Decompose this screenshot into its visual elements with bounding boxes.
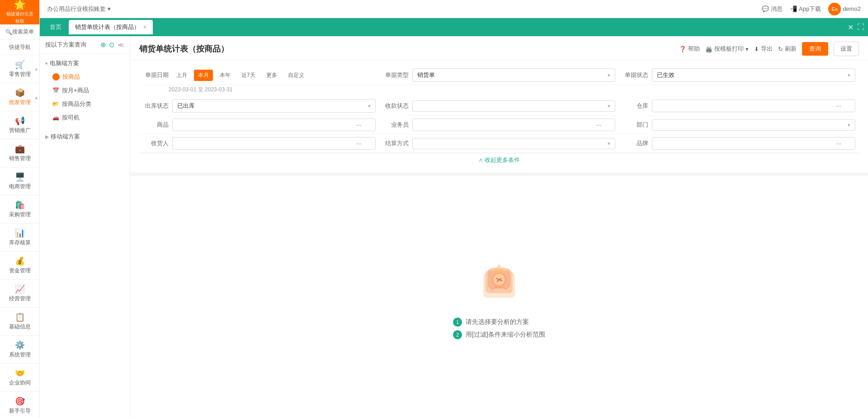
sidebar-item-marketing[interactable]: 📢 营销推广 — [0, 111, 39, 139]
sidebar-item-retail[interactable]: 🛒 零售管理 ▾ — [0, 55, 39, 83]
goods-dots[interactable]: ··· — [356, 121, 362, 128]
collapse-panel-btn[interactable]: ≪ — [118, 41, 124, 48]
collapse-text: ∧ 收起更多条件 — [478, 156, 520, 164]
settings-label: 设置 — [840, 45, 852, 53]
dept-control: ▾ — [652, 119, 855, 131]
tree-sub-item-by-driver[interactable]: 🚗 按司机 — [40, 111, 130, 124]
message-label: 消息 — [771, 5, 783, 13]
collapse-more-conditions[interactable]: ∧ 收起更多条件 — [139, 153, 859, 167]
sidebar-item-sales[interactable]: 💼 销售管理 — [0, 139, 39, 167]
receipt-status-select[interactable]: ▾ — [412, 100, 616, 112]
sidebar-item-cooperation[interactable]: 🤝 企业协同 — [0, 364, 39, 392]
salesperson-dots[interactable]: ··· — [596, 121, 602, 128]
purchase-icon: 🛍️ — [15, 200, 25, 210]
sidebar: 🌟 畅捷通好生意 标版 🔍 搜索菜单 快捷导航 🛒 零售管理 ▾ 📦 批发管理 … — [0, 0, 40, 418]
warehouse-input[interactable]: ··· — [652, 100, 855, 112]
brand-input[interactable]: ··· — [652, 137, 855, 150]
shortcut-more[interactable]: 更多 — [262, 70, 281, 81]
sidebar-item-label-purchase: 采购管理 — [9, 211, 31, 218]
sidebar-item-wholesale[interactable]: 📦 批发管理 ▴ — [0, 83, 39, 111]
doc-type-select[interactable]: 销货单 ▾ — [412, 68, 616, 82]
doc-status-value: 已生效 — [657, 71, 675, 79]
sidebar-item-inventory[interactable]: 📊 库存核算 — [0, 223, 39, 252]
shortcut-this-year[interactable]: 本年 — [216, 70, 235, 81]
filter-cell-doc-type: 单据类型 销货单 ▾ — [379, 66, 619, 85]
brand-dots[interactable]: ··· — [836, 140, 841, 147]
shortcut-custom[interactable]: 自定义 — [284, 70, 308, 81]
out-status-select[interactable]: 已出库 ▾ — [172, 99, 376, 113]
out-status-dropdown-icon: ▾ — [368, 103, 371, 109]
payment-select[interactable]: ▾ — [412, 138, 616, 149]
help-icon: ❓ — [679, 46, 686, 52]
guide-icon: 🎯 — [15, 396, 25, 406]
receiver-control: ··· — [172, 137, 376, 150]
tree-sub-item-by-month-goods[interactable]: 📅 按月+商品 — [40, 84, 130, 97]
active-tab-label: 销货单统计表（按商品） — [75, 23, 140, 31]
step-2-num: 2 — [453, 330, 462, 339]
quick-nav[interactable]: 快捷导航 — [0, 40, 39, 55]
left-panel-header: 按以下方案查询 ⊕ ⊙ ≪ — [40, 36, 130, 54]
sidebar-item-guide[interactable]: 🎯 新手引导 — [0, 392, 39, 418]
tree-sub-item-by-goods[interactable]: 按商品 — [40, 70, 130, 84]
tree-item-pc[interactable]: ▾ 电脑端方案 — [40, 57, 130, 70]
filter-cell-receiver: 收货人 ··· — [139, 134, 379, 153]
help-label: 帮助 — [688, 45, 700, 53]
tab-close-icon[interactable]: × — [143, 24, 146, 30]
logo-text: 畅捷通好生意 — [6, 11, 33, 17]
sales-icon: 💼 — [15, 144, 25, 154]
sidebar-item-basic[interactable]: 📋 基础信息 — [0, 308, 39, 336]
receiver-dots[interactable]: ··· — [356, 140, 362, 147]
sidebar-item-purchase[interactable]: 🛍️ 采购管理 — [0, 195, 39, 223]
top-header-left: 办公用品行业模拟账套 ▾ — [47, 5, 111, 13]
tab-active[interactable]: 销货单统计表（按商品） × — [69, 20, 153, 34]
empty-illustration — [472, 255, 526, 310]
sidebar-item-label-guide: 新手引导 — [9, 407, 31, 415]
sidebar-item-system[interactable]: ⚙️ 系统管理 — [0, 336, 39, 364]
query-btn[interactable]: 查询 — [802, 42, 828, 56]
refresh-btn[interactable]: ↻ 刷新 — [778, 45, 797, 53]
finance-icon: 💰 — [15, 256, 25, 266]
app-download-btn[interactable]: 📲 App下载 — [790, 5, 821, 13]
tab-close-all-icon[interactable]: ✕ — [848, 23, 854, 32]
salesperson-input[interactable]: ··· — [412, 119, 616, 131]
tree-section-pc: ▾ 电脑端方案 按商品 📅 按月+商品 📂 按商品分类 🚗 按司机 — [40, 54, 130, 127]
basic-icon: 📋 — [15, 312, 25, 322]
warehouse-dots[interactable]: ··· — [836, 102, 841, 109]
wholesale-icon: 📦 — [15, 88, 25, 98]
tab-expand-icon[interactable]: ⛶ — [857, 23, 864, 31]
date-range-text: 2023-03-01 至 2023-03-31 — [169, 86, 232, 94]
sidebar-item-ecommerce[interactable]: 🖥️ 电商管理 — [0, 167, 39, 195]
tab-home[interactable]: 首页 — [43, 20, 68, 34]
left-panel-title: 按以下方案查询 — [45, 41, 97, 49]
settings-scheme-btn[interactable]: ⊙ — [109, 41, 115, 49]
settings-btn[interactable]: 设置 — [834, 42, 859, 56]
salesperson-control: ··· — [412, 119, 616, 131]
sidebar-item-label-system: 系统管理 — [9, 351, 31, 359]
doc-status-select[interactable]: 已生效 ▾ — [652, 68, 855, 82]
add-scheme-btn[interactable]: ⊕ — [100, 41, 106, 49]
step-2-text: 用[过滤]条件来缩小分析范围 — [466, 331, 545, 339]
retail-icon: 🛒 — [15, 60, 25, 70]
user-profile-btn[interactable]: Ea demo2 — [828, 3, 861, 15]
payment-control: ▾ — [412, 138, 616, 149]
receiver-input[interactable]: ··· — [172, 137, 376, 150]
shortcut-last-month[interactable]: 上月 — [172, 70, 191, 81]
goods-input[interactable]: ··· — [172, 119, 376, 131]
message-icon: 💬 — [762, 5, 769, 12]
shortcut-7-days[interactable]: 近7天 — [237, 70, 259, 81]
sidebar-item-label-cooperation: 企业协同 — [9, 379, 31, 387]
help-btn[interactable]: ❓ 帮助 — [679, 45, 700, 53]
step-1-text: 请先选择要分析的方案 — [466, 318, 529, 326]
search-menu[interactable]: 🔍 搜索菜单 — [0, 24, 39, 40]
tree-sub-item-by-category[interactable]: 📂 按商品分类 — [40, 97, 130, 111]
export-btn[interactable]: ⬇ 导出 — [754, 45, 773, 53]
shortcut-this-month[interactable]: 本月 — [194, 70, 213, 81]
sidebar-item-label-basic: 基础信息 — [9, 323, 31, 331]
message-btn[interactable]: 💬 消息 — [762, 5, 783, 13]
sidebar-item-finance[interactable]: 💰 资金管理 — [0, 252, 39, 280]
sidebar-item-operation[interactable]: 📈 经营管理 — [0, 280, 39, 308]
dept-select[interactable]: ▾ — [652, 119, 855, 131]
tree-item-mobile[interactable]: ▶ 移动端方案 — [40, 130, 130, 143]
print-btn[interactable]: 🖨️ 按模板打印 ▾ — [705, 45, 749, 53]
industry-selector[interactable]: 办公用品行业模拟账套 ▾ — [47, 5, 111, 13]
